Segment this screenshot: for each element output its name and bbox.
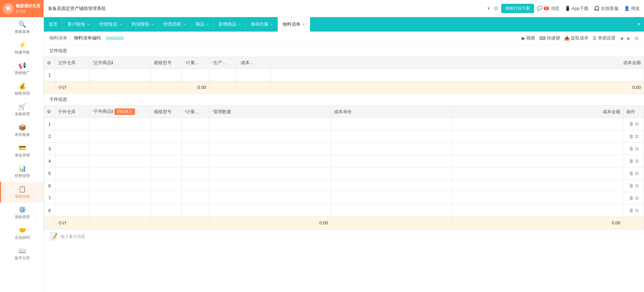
child-row-7-qty[interactable] [209,192,331,205]
single-settings-action[interactable]: ☰ 单据设置 [593,35,616,41]
copy-icon-4[interactable]: ⧉ [635,158,639,164]
child-row-1-product[interactable] [89,118,151,130]
nav-tab-0[interactable]: 首页 [44,17,63,32]
child-row-3-unit[interactable] [182,143,209,155]
child-row-1-spec[interactable] [151,118,182,130]
child-row-3-product[interactable] [89,143,151,155]
sidebar-item-guide[interactable]: 📖新手引导 [0,244,44,264]
child-row-8-unit[interactable] [182,205,209,217]
child-row-1-unit-cost[interactable] [331,118,453,130]
nav-tab-close-6[interactable]: × [238,22,240,26]
note-text[interactable]: 输入备注信息 [61,234,85,240]
child-row-8-qty[interactable] [209,205,331,217]
child-row-3-qty[interactable] [209,143,331,155]
child-row-6-warehouse[interactable] [55,180,89,192]
view-action[interactable]: ▶ 视频 [522,35,535,41]
sidebar-item-search[interactable]: 🔍搜索菜单 [0,17,44,38]
parent-row-1-product[interactable] [89,69,151,81]
child-row-5-qty[interactable] [209,167,331,180]
child-row-4-product[interactable] [89,155,151,167]
child-row-7-spec[interactable] [151,192,182,205]
child-row-7-product[interactable] [89,192,151,205]
breadcrumb-item-1[interactable]: 物料清单 [49,35,67,41]
child-row-5-unit[interactable] [182,167,209,180]
nav-tab-1[interactable]: 客户联络 × [63,17,95,32]
child-row-2-warehouse[interactable] [55,130,89,143]
nav-tab-close-5[interactable]: × [207,22,209,26]
child-row-2-unit-cost[interactable] [331,130,453,143]
nav-prev-icon[interactable]: ◀ [620,36,623,41]
child-row-5-warehouse[interactable] [55,167,89,180]
child-row-8-product[interactable] [89,205,151,217]
child-row-6-unit[interactable] [182,180,209,192]
child-row-3-warehouse[interactable] [55,143,89,155]
user-action[interactable]: 👤 用友 [624,5,640,12]
message-action[interactable]: 💬 5 消息 [537,5,559,12]
nav-tab-close-2[interactable]: × [119,22,121,26]
child-row-2-qty[interactable] [209,130,331,143]
nav-tab-5[interactable]: 商品 × [191,17,214,32]
copy-icon-8[interactable]: ⧉ [635,208,639,213]
nav-tab-close-4[interactable]: × [183,22,185,26]
child-row-7-unit-cost[interactable] [331,192,453,205]
copy-icon-5[interactable]: ⧉ [635,171,639,176]
child-row-8-unit-cost[interactable] [331,205,453,217]
sidebar-item-operations[interactable]: 📊经营管理 [0,161,44,182]
nav-tab-7[interactable]: 条码方案 × [246,17,278,32]
shortcut-action[interactable]: ⌨ 快捷键 [539,35,560,41]
child-row-3-spec[interactable] [151,143,182,155]
nav-tab-8[interactable]: 物料清单 × [278,17,310,32]
delete-icon-5[interactable]: 🗑 [629,171,634,176]
child-row-1-qty[interactable] [209,118,331,130]
sidebar-item-basic-info[interactable]: 📋基础信息 [0,182,44,202]
copy-icon-2[interactable]: ⧉ [635,133,639,139]
delete-icon-6[interactable]: 🗑 [629,183,634,189]
child-row-5-unit-cost[interactable] [331,167,453,180]
nav-tab-6[interactable]: 新增商品 × [214,17,246,32]
nav-tab-close-1[interactable]: × [87,22,89,26]
child-row-6-spec[interactable] [151,180,182,192]
child-row-6-unit-cost[interactable] [331,180,453,192]
copy-icon-3[interactable]: ⧉ [635,146,639,152]
sidebar-item-enterprise[interactable]: 🤝企业协同 [0,223,44,244]
nav-tab-close-8[interactable]: × [302,22,305,26]
nav-tab-close-7[interactable]: × [271,22,273,26]
sidebar-item-quick-nav[interactable]: ⚡快捷导航 [0,38,44,58]
child-row-4-unit-cost[interactable] [331,155,453,167]
delete-icon-8[interactable]: 🗑 [629,208,634,213]
copy-icon-6[interactable]: ⧉ [635,183,639,189]
child-row-8-warehouse[interactable] [55,205,89,217]
online-service-action[interactable]: 🎧 在线客服 [594,5,619,12]
app-download-action[interactable]: 📱 App下载 [565,5,589,12]
child-row-4-qty[interactable] [209,155,331,167]
child-row-1-unit[interactable] [182,118,209,130]
parent-row-1-spec[interactable] [151,69,182,81]
copy-icon-7[interactable]: ⧉ [635,195,639,201]
sidebar-item-system[interactable]: ⚙️系统管理 [0,202,44,223]
child-row-7-unit[interactable] [182,192,209,205]
child-row-7-warehouse[interactable] [55,192,89,205]
nav-tab-3[interactable]: 利润报告 × [127,17,159,32]
child-row-8-spec[interactable] [151,205,182,217]
nav-next-icon[interactable]: ▶ [627,36,631,41]
child-row-3-unit-cost[interactable] [331,143,453,155]
nav-tab-4[interactable]: 经营历程 × [159,17,190,32]
parent-row-1-prod[interactable] [209,69,237,81]
child-row-4-warehouse[interactable] [55,155,89,167]
grid-icon[interactable]: ⊞ [635,36,639,41]
settings-icon[interactable]: ⚙ [494,5,498,12]
child-row-1-warehouse[interactable] [55,118,89,130]
dropdown-icon[interactable]: ▼ [486,6,491,11]
parent-row-1-cost[interactable] [237,69,271,81]
parent-row-1-unit[interactable] [182,69,209,81]
delete-icon-7[interactable]: 🗑 [629,195,634,201]
delete-icon-4[interactable]: 🗑 [629,158,634,164]
parent-row-1-warehouse[interactable] [55,69,89,81]
nav-tab-close-3[interactable]: × [151,22,153,26]
extract-cost-action[interactable]: 📥 提取成本 [564,35,589,41]
delete-icon-1[interactable]: 🗑 [629,121,634,127]
child-row-2-unit[interactable] [182,130,209,143]
child-row-2-product[interactable] [89,130,151,143]
child-row-2-spec[interactable] [151,130,182,143]
copy-icon-1[interactable]: ⧉ [635,121,639,127]
